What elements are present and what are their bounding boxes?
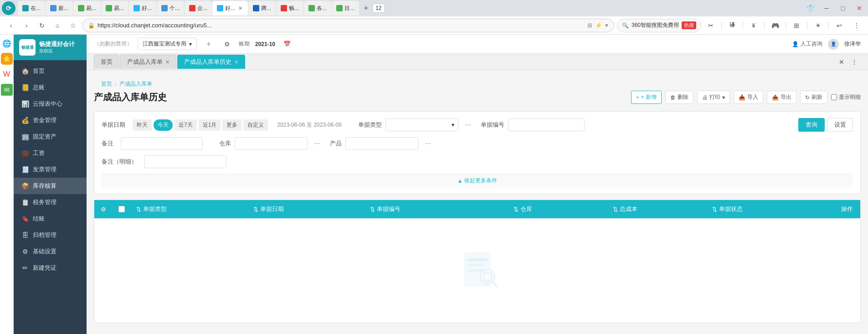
print-button[interactable]: 🖨 打印 ▾: [697, 91, 730, 104]
sidebar-item-ledger[interactable]: 📒 总账: [14, 79, 87, 96]
date-btn-1month[interactable]: 近1月: [199, 119, 221, 131]
brightness-icon[interactable]: ☀: [811, 19, 825, 32]
date-btn-today[interactable]: 今天: [154, 119, 173, 131]
remark-input[interactable]: [121, 137, 203, 150]
th-warehouse[interactable]: ⇅ 仓库: [508, 205, 607, 213]
icon-bar-weibo[interactable]: W: [1, 68, 13, 80]
page-tab-list[interactable]: 产成品入库单 ✕: [120, 55, 176, 69]
back-button[interactable]: ‹: [5, 19, 17, 32]
tab-list-close[interactable]: ✕: [165, 59, 169, 65]
display-detail-toggle[interactable]: 显示明细: [831, 93, 861, 101]
th-doc-status[interactable]: ⇅ 单据状态: [707, 205, 824, 213]
add-button[interactable]: + + 新增: [631, 91, 662, 104]
tab-history-close[interactable]: ✕: [234, 59, 238, 65]
sidebar-item-checkout[interactable]: 🔖 结账: [14, 211, 87, 227]
icon-bar-mail[interactable]: ✉: [1, 84, 13, 96]
close-btn[interactable]: ✕: [853, 1, 866, 15]
product-dots[interactable]: ···: [422, 139, 433, 148]
app-logo[interactable]: ⟳: [2, 1, 15, 15]
date-btn-yesterday[interactable]: 昨天: [133, 119, 152, 131]
tab-6[interactable]: 个...: [157, 1, 184, 15]
yuan-icon[interactable]: ¥: [747, 19, 760, 32]
sidebar-item-archive[interactable]: 🗄 归档管理: [14, 227, 87, 243]
tab-4[interactable]: 易...: [101, 1, 128, 15]
th-doc-date[interactable]: ⇅ 单据日期: [248, 205, 365, 213]
sidebar-item-invoice[interactable]: 🧾 发票管理: [14, 161, 87, 178]
warehouse-select[interactable]: [235, 137, 308, 150]
tab-11[interactable]: 各...: [304, 1, 331, 15]
th-checkbox[interactable]: [113, 206, 131, 212]
page-tab-home[interactable]: 首页: [94, 55, 119, 69]
header-checkbox[interactable]: [118, 206, 125, 212]
undo-icon[interactable]: ↩: [832, 19, 846, 32]
sidebar-item-home[interactable]: 🏠 首页: [14, 63, 87, 79]
sidebar-item-assets[interactable]: 🏢 固定资产: [14, 128, 87, 145]
filter-settings-button[interactable]: 设置: [827, 118, 853, 132]
icon-bar-star[interactable]: ⭐: [1, 53, 13, 65]
export-button[interactable]: 📤 导出: [767, 91, 796, 104]
date-btn-custom[interactable]: 自定义: [243, 119, 268, 131]
detail-remark-input[interactable]: [144, 155, 226, 168]
date-btn-more[interactable]: 更多: [222, 119, 241, 131]
th-doc-type[interactable]: ⇅ 单据类型: [131, 205, 248, 213]
add-company-button[interactable]: +: [202, 38, 215, 51]
translate-icon[interactable]: 译: [725, 19, 739, 32]
search-bar[interactable]: 🔍 360智能抠图免费用 热搜: [617, 19, 701, 32]
dropdown-arrow[interactable]: ▾: [605, 22, 608, 29]
sidebar-item-tax[interactable]: 📋 税务管理: [14, 194, 87, 211]
company-selector[interactable]: 江西服宝测试专用 ▾: [138, 38, 197, 50]
query-button[interactable]: 查询: [798, 118, 825, 132]
minimize-btn[interactable]: ─: [820, 1, 833, 15]
doc-type-select[interactable]: ▾: [385, 118, 458, 131]
company-settings-button[interactable]: ⚙: [221, 38, 233, 51]
lightning-icon[interactable]: ⚡: [595, 22, 602, 29]
tab-1[interactable]: 在...: [18, 1, 45, 15]
grid-icon-toolbar[interactable]: ⊞: [790, 19, 803, 32]
sidebar-item-cash[interactable]: 💰 资金管理: [14, 112, 87, 128]
more-icon[interactable]: ⋮: [850, 19, 863, 32]
reload-button[interactable]: ↻: [36, 19, 48, 32]
sidebar-item-basic[interactable]: ⚙ 基础设置: [14, 243, 87, 260]
tab-12[interactable]: 目...: [332, 1, 359, 15]
scissors-icon[interactable]: ✂: [704, 19, 718, 32]
warehouse-dots[interactable]: ···: [311, 139, 323, 148]
shirt-icon[interactable]: 👕: [803, 1, 817, 15]
sidebar-item-reports[interactable]: 📊 云报表中心: [14, 96, 87, 112]
maximize-btn[interactable]: □: [836, 1, 850, 15]
doc-type-dots[interactable]: ···: [462, 121, 473, 129]
user-service-button[interactable]: 👤 人工咨询: [792, 40, 822, 48]
th-settings[interactable]: ⚙: [94, 206, 113, 213]
tab-close-all[interactable]: ✕: [835, 56, 848, 68]
star-button[interactable]: ☆: [67, 19, 79, 32]
th-total-cost[interactable]: ⇅ 总成本: [607, 205, 707, 213]
tab-7[interactable]: 企...: [185, 1, 212, 15]
tab-2[interactable]: 新...: [46, 1, 73, 15]
grid-icon[interactable]: ⊞: [587, 22, 592, 29]
sidebar-item-newentry[interactable]: ✏ 新建凭证: [14, 260, 87, 276]
delete-button[interactable]: 🗑 删除: [665, 91, 693, 104]
tab-8[interactable]: 好... ✕: [212, 1, 248, 15]
tab-more-options[interactable]: ⋮: [848, 56, 861, 68]
th-doc-num[interactable]: ⇅ 单据编号: [365, 205, 508, 213]
user-avatar[interactable]: 👤: [828, 39, 839, 50]
refresh-button[interactable]: ↻ 刷新: [800, 91, 827, 104]
forward-button[interactable]: ›: [20, 19, 33, 32]
home-button[interactable]: ⌂: [51, 19, 64, 32]
page-tab-history[interactable]: 产成品入库单历史 ✕: [177, 55, 245, 69]
tab-8-close[interactable]: ✕: [237, 5, 243, 11]
date-btn-7days[interactable]: 近7天: [175, 119, 197, 131]
address-bar[interactable]: 🔒 https://cloud.chanjet.com/accounting/u…: [82, 19, 614, 32]
doc-num-input[interactable]: [508, 118, 585, 131]
tab-10[interactable]: 畅...: [276, 1, 303, 15]
display-detail-checkbox[interactable]: [831, 94, 837, 100]
sidebar-item-payroll[interactable]: 💼 工资: [14, 145, 87, 161]
new-tab-button[interactable]: +: [360, 2, 372, 15]
collapse-button[interactable]: ▲ 收起更多条件: [102, 174, 853, 187]
icon-bar-360[interactable]: 🌐: [1, 37, 13, 49]
tab-3[interactable]: 易...: [73, 1, 101, 15]
product-select[interactable]: [345, 137, 418, 150]
tab-5[interactable]: 好...: [129, 1, 156, 15]
sidebar-item-inventory[interactable]: 📦 库存核算: [14, 178, 87, 194]
period-calendar-button[interactable]: 📅: [281, 38, 293, 51]
gamepad-icon[interactable]: 🎮: [768, 19, 782, 32]
